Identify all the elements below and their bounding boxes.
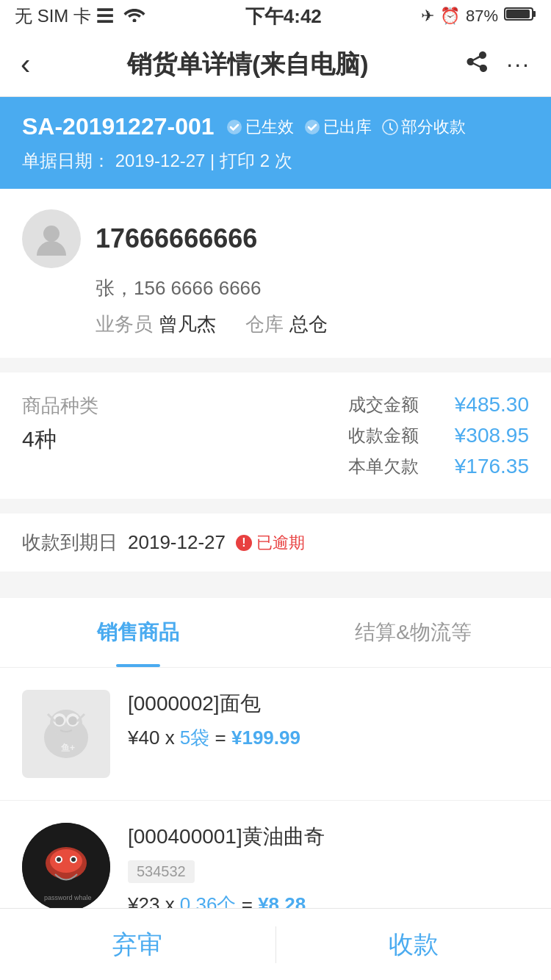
product-info-2: [000400001]黄油曲奇 534532 ¥23 x 0.36个 = ¥8.…: [128, 823, 529, 918]
more-icon[interactable]: ···: [506, 51, 530, 78]
tab-sales-products[interactable]: 销售商品: [0, 598, 276, 667]
category-label: 商品种类: [22, 393, 98, 419]
status-bar-left: 无 SIM 卡 ☰: [15, 4, 146, 28]
svg-rect-3: [506, 10, 530, 18]
svg-point-17: [50, 849, 82, 873]
wifi-icon: [123, 6, 146, 26]
status-effective: 已生效: [226, 116, 294, 138]
share-icon[interactable]: [465, 50, 489, 79]
product-name-2: [000400001]黄油曲奇: [128, 823, 529, 851]
overdue-badge: ! 已逾期: [236, 532, 305, 554]
order-id: SA-20191227-001: [22, 113, 215, 140]
list-item: 鱼+ [0000002]面包 ¥40 x 5袋 = ¥199.99: [0, 668, 551, 801]
svg-text:鱼+: 鱼+: [60, 743, 75, 753]
back-button[interactable]: ‹: [21, 48, 30, 81]
svg-point-7: [43, 226, 60, 242]
location-icon: ✈: [421, 7, 434, 26]
alarm-icon: ⏰: [440, 7, 460, 26]
abandon-review-button[interactable]: 弃审: [0, 909, 276, 980]
amount-stats: 成交金额 ¥485.30 收款金额 ¥308.95 本单欠款 ¥176.35: [348, 393, 529, 478]
tabs-section: 销售商品 结算&物流等: [0, 598, 551, 668]
order-header: SA-20191227-001 已生效 已出库 部分收款 单据日期： 2019-…: [0, 97, 551, 189]
nav-bar: ‹ 销货单详情(来自电脑) ···: [0, 32, 551, 97]
customer-phone: 17666666666: [96, 223, 257, 254]
tabs-row: 销售商品 结算&物流等: [0, 598, 551, 668]
product-info-1: [0000002]面包 ¥40 x 5袋 = ¥199.99: [128, 690, 529, 751]
svg-point-13: [68, 716, 77, 725]
svg-point-12: [55, 716, 64, 725]
status-bar: 无 SIM 卡 ☰ 下午4:42 ✈ ⏰ 87%: [0, 0, 551, 32]
customer-section: 17666666666 张，156 6666 6666 业务员 曾凡杰 仓库 总…: [0, 189, 551, 358]
customer-meta: 业务员 曾凡杰 仓库 总仓: [96, 311, 529, 337]
product-thumbnail-2: password whale: [22, 823, 110, 911]
tab-settlement-logistics[interactable]: 结算&物流等: [276, 598, 551, 667]
sim-status: 无 SIM 卡 ☰: [15, 4, 114, 28]
customer-avatar: [22, 209, 81, 268]
product-list: 鱼+ [0000002]面包 ¥40 x 5袋 = ¥199.99: [0, 668, 551, 940]
due-label: 收款到期日: [22, 530, 118, 555]
customer-contact: 张，156 6666 6666: [96, 275, 529, 301]
warehouse-info: 仓库 总仓: [245, 311, 328, 337]
svg-text:password whale: password whale: [44, 894, 92, 901]
svg-point-21: [71, 857, 76, 862]
svg-rect-2: [533, 11, 536, 17]
status-shipped: 已出库: [304, 116, 372, 138]
battery-icon: [504, 6, 536, 26]
product-badge-2: 534532: [128, 860, 195, 883]
page-title: 销货单详情(来自电脑): [127, 48, 369, 82]
product-price-1: ¥40 x 5袋 = ¥199.99: [128, 725, 529, 751]
collect-payment-button[interactable]: 收款: [276, 909, 552, 980]
status-tags: 已生效 已出库 部分收款: [226, 116, 466, 138]
svg-point-0: [132, 19, 136, 23]
category-value: 4种: [22, 425, 98, 455]
status-partial-payment: 部分收款: [382, 116, 466, 138]
svg-point-4: [227, 120, 242, 134]
divider-2: [0, 499, 551, 514]
divider-3: [0, 572, 551, 586]
product-thumbnail-1: 鱼+: [22, 690, 110, 778]
bottom-bar: 弃审 收款: [0, 908, 551, 980]
svg-point-5: [305, 120, 320, 134]
salesman-info: 业务员 曾凡杰: [96, 311, 216, 337]
due-date-section: 收款到期日 2019-12-27 ! 已逾期: [0, 514, 551, 572]
order-date-info: 单据日期： 2019-12-27 | 打印 2 次: [22, 149, 529, 173]
product-name-1: [0000002]面包: [128, 690, 529, 718]
divider-1: [0, 358, 551, 372]
due-date-value: 2019-12-27: [128, 531, 226, 554]
stats-section: 商品种类 4种 成交金额 ¥485.30 收款金额 ¥308.95 本单欠款 ¥…: [0, 372, 551, 499]
status-bar-time: 下午4:42: [245, 4, 322, 29]
status-bar-right: ✈ ⏰ 87%: [421, 6, 536, 26]
svg-point-20: [57, 857, 61, 862]
overdue-dot-icon: !: [236, 535, 252, 551]
battery-level: 87%: [466, 7, 498, 26]
